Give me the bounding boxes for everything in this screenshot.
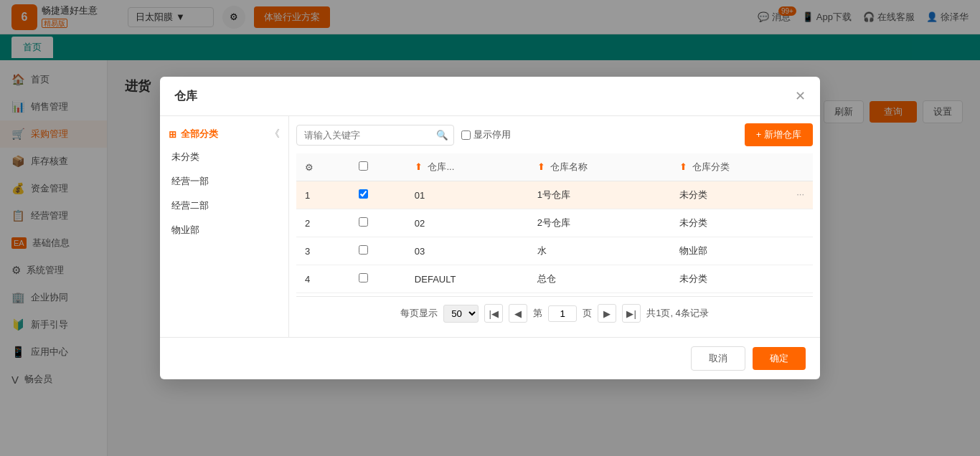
row-checkbox[interactable]: [350, 181, 405, 209]
page-input[interactable]: [548, 305, 577, 322]
page-suffix: 页: [583, 307, 592, 320]
cancel-button[interactable]: 取消: [691, 346, 745, 371]
row-category: 未分类···: [671, 181, 813, 209]
dialog-body: ⊞ 全部分类 《 未分类 经营一部 经营二部 物业部: [160, 116, 820, 337]
row-category: 未分类: [671, 209, 813, 237]
col-category: ⬆ 仓库分类: [671, 153, 813, 181]
search-wrap: 🔍: [296, 125, 454, 146]
row-no: 3: [296, 237, 350, 265]
row-name: 2号仓库: [529, 209, 671, 237]
warehouse-table: ⚙ ⬆ 仓库... ⬆ 仓库名称: [296, 153, 813, 293]
category-item-2[interactable]: 经营二部: [160, 194, 288, 218]
sort-icon: ⬆: [415, 161, 423, 172]
table-row[interactable]: 2 02 2号仓库 未分类: [296, 209, 813, 237]
category-item-0[interactable]: 未分类: [160, 145, 288, 169]
dialog-toolbar: 🔍 显示停用 + 新增仓库: [296, 123, 813, 146]
warehouse-table-wrap: ⚙ ⬆ 仓库... ⬆ 仓库名称: [296, 153, 813, 293]
row-name: 1号仓库: [529, 181, 671, 209]
row-name: 水: [529, 237, 671, 265]
row-code: 02: [406, 209, 529, 237]
sort-icon3: ⬆: [679, 161, 687, 172]
pagination: 每页显示 50 |◀ ◀ 第 页 ▶ ▶| 共1页, 4条记录: [296, 296, 813, 330]
col-code: ⬆ 仓库...: [406, 153, 529, 181]
warehouse-dialog: 仓库 ✕ ⊞ 全部分类 《 未分类 经营一部: [160, 77, 820, 379]
dialog-close-button[interactable]: ✕: [795, 88, 806, 104]
row-checkbox[interactable]: [350, 265, 405, 293]
sort-icon2: ⬆: [537, 161, 545, 172]
grid-icon: ⊞: [169, 129, 176, 140]
col-settings: ⚙: [296, 153, 350, 181]
category-item-3[interactable]: 物业部: [160, 218, 288, 242]
table-row[interactable]: 3 03 水 物业部: [296, 237, 813, 265]
page-label: 第: [533, 307, 542, 320]
row-no: 4: [296, 265, 350, 293]
modal-overlay: 仓库 ✕ ⊞ 全部分类 《 未分类 经营一部: [0, 0, 980, 456]
prev-page-button[interactable]: ◀: [509, 304, 527, 323]
row-checkbox[interactable]: [350, 209, 405, 237]
category-panel: ⊞ 全部分类 《 未分类 经营一部 经营二部 物业部: [160, 116, 289, 337]
next-page-button[interactable]: ▶: [598, 304, 616, 323]
collapse-button[interactable]: 《: [270, 128, 280, 141]
category-all-item[interactable]: ⊞ 全部分类: [169, 128, 218, 141]
row-category: 物业部: [671, 237, 813, 265]
category-item-1[interactable]: 经营一部: [160, 169, 288, 194]
search-input[interactable]: [296, 125, 454, 146]
table-panel: 🔍 显示停用 + 新增仓库 ⚙: [289, 116, 820, 337]
row-no: 2: [296, 209, 350, 237]
col-name: ⬆ 仓库名称: [529, 153, 671, 181]
select-all-checkbox[interactable]: [359, 161, 368, 171]
row-name: 总仓: [529, 265, 671, 293]
table-row[interactable]: 4 DEFAULT 总仓 未分类: [296, 265, 813, 293]
row-code: DEFAULT: [406, 265, 529, 293]
table-row[interactable]: 1 01 1号仓库 未分类···: [296, 181, 813, 209]
last-page-button[interactable]: ▶|: [622, 304, 641, 323]
dialog-title: 仓库: [174, 89, 197, 104]
category-header: ⊞ 全部分类 《: [160, 123, 288, 145]
add-warehouse-button[interactable]: + 新增仓库: [745, 123, 813, 146]
row-no: 1: [296, 181, 350, 209]
confirm-button[interactable]: 确定: [753, 347, 806, 370]
row-category: 未分类: [671, 265, 813, 293]
col-select: [350, 153, 405, 181]
search-button[interactable]: 🔍: [436, 130, 448, 141]
row-code: 03: [406, 237, 529, 265]
dialog-header: 仓库 ✕: [160, 77, 820, 116]
row-checkbox[interactable]: [350, 237, 405, 265]
show-disabled-label[interactable]: 显示停用: [461, 128, 511, 141]
per-page-select[interactable]: 50: [443, 305, 479, 323]
dialog-footer: 取消 确定: [160, 337, 820, 379]
show-disabled-checkbox[interactable]: [461, 130, 471, 140]
page-summary: 共1页, 4条记录: [646, 307, 709, 320]
row-code: 01: [406, 181, 529, 209]
per-page-label: 每页显示: [400, 307, 438, 320]
first-page-button[interactable]: |◀: [484, 304, 503, 323]
settings-col-icon: ⚙: [305, 162, 314, 173]
